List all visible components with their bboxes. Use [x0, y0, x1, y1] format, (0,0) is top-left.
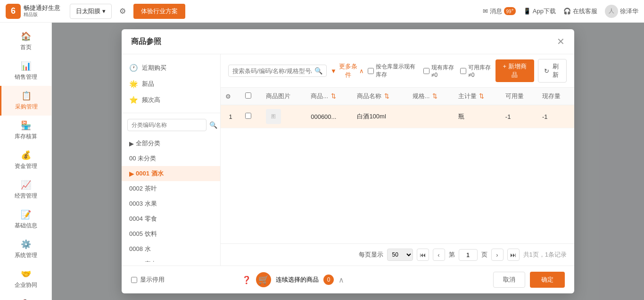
cat-0003-label: 0003 水果	[129, 200, 157, 208]
modal-close-button[interactable]: ✕	[557, 36, 565, 47]
cat-0010[interactable]: 0010 家电	[122, 257, 220, 262]
user-profile-item[interactable]: 人 徐泽华	[605, 5, 638, 18]
col-code[interactable]: 商品... ⇅	[306, 88, 352, 105]
cell-checkbox[interactable]	[240, 105, 261, 128]
add-product-btn[interactable]: + 新增商品	[495, 59, 534, 82]
page-size-label: 每页显示	[359, 250, 383, 259]
cat-all-arrow: ▶	[129, 140, 134, 147]
cat-0005[interactable]: 0005 饮料	[122, 226, 220, 242]
cell-unit: 瓶	[454, 105, 501, 128]
cart-icon[interactable]: 🛒	[256, 272, 271, 287]
table-row[interactable]: 1 图 000600... 白酒100ml 瓶	[221, 105, 574, 128]
cat-0004[interactable]: 0004 零食	[122, 211, 220, 226]
finance-icon: 💰	[21, 150, 31, 160]
cat-0010-label: 0010 家电	[129, 260, 157, 262]
col-settings[interactable]: ⚙	[221, 88, 240, 105]
next-page-btn[interactable]: ›	[491, 249, 504, 261]
checkbox-existing-stock-input[interactable]	[423, 68, 429, 74]
company-name: 日太阳膜	[76, 7, 100, 16]
total-info: 共1页，1条记录	[523, 250, 567, 259]
filter-checkboxes: 按仓库显示现有库存 现有库存≠0 可用库存≠0	[368, 63, 491, 79]
first-page-btn[interactable]: ⏮	[417, 249, 429, 261]
table-header: ⚙ 商品图片 商品... ⇅ 商品名称	[221, 88, 574, 105]
confirm-button[interactable]: 确定	[530, 272, 565, 288]
tab-frequent[interactable]: ⭐ 频次高	[122, 92, 220, 108]
modal-overlay: 商品参照 ✕ 🕐 近期购买 🌟 新	[52, 23, 644, 300]
logo-icon: 6	[6, 4, 21, 19]
col-name[interactable]: 商品名称 ⇅	[352, 88, 407, 105]
messages-item[interactable]: ✉ 消息 99+	[483, 7, 515, 16]
company-dropdown[interactable]: 日太阳膜 ▾	[70, 4, 112, 19]
col-unit[interactable]: 主计量 ⇅	[454, 88, 501, 105]
col-name-label: 商品名称	[357, 92, 381, 100]
category-tree: ▶ 全部分类 00 未分类 ▶ 0001 酒水 0002 茶	[122, 134, 220, 262]
page-label: 第	[449, 250, 455, 259]
cat-0001-label: 0001 酒水	[136, 169, 164, 178]
help-icon[interactable]: ❓	[242, 275, 251, 284]
refresh-btn[interactable]: ↻ 刷新	[538, 59, 567, 83]
cat-0001[interactable]: ▶ 0001 酒水	[122, 166, 220, 181]
cat-00[interactable]: 00 未分类	[122, 151, 220, 166]
cat-0008[interactable]: 0008 水	[122, 242, 220, 257]
tab-recent-purchase[interactable]: 🕐 近期购买	[122, 60, 220, 76]
row-checkbox[interactable]	[245, 113, 251, 119]
tab-new-products[interactable]: 🌟 新品	[122, 76, 220, 92]
cell-code: 000600...	[306, 105, 352, 128]
online-service-item[interactable]: 🎧 在线客服	[563, 7, 597, 16]
page-number-input[interactable]	[459, 249, 478, 261]
cat-0003[interactable]: 0003 水果	[122, 196, 220, 211]
cat-all[interactable]: ▶ 全部分类	[122, 136, 220, 151]
page-size-select[interactable]: 20 50 100	[387, 249, 413, 261]
cancel-button[interactable]: 取消	[493, 272, 525, 288]
col-stock: 现存量	[537, 88, 574, 105]
sidebar-item-guide[interactable]: 📚 新手引导	[0, 294, 51, 300]
col-checkbox[interactable]	[240, 88, 261, 105]
logo-line2: 精品版	[24, 11, 60, 18]
category-search-input[interactable]	[127, 119, 206, 131]
more-filters-btn[interactable]: ▼ 更多条件 ∧	[330, 62, 364, 79]
filter-icon: ▼	[330, 67, 337, 75]
app-logo[interactable]: 6 畅捷通好生意 精品版	[6, 4, 60, 19]
sidebar-item-sales-label: 销售管理	[15, 73, 37, 81]
footer-collapse-arrow[interactable]: ∧	[339, 275, 344, 284]
prev-page-btn[interactable]: ‹	[433, 249, 445, 261]
search-filter-icon[interactable]: 🔍	[314, 67, 322, 75]
sidebar-item-system[interactable]: ⚙️ 系统管理	[0, 234, 51, 264]
category-search-icon[interactable]: 🔍	[209, 121, 217, 129]
product-table: ⚙ 商品图片 商品... ⇅ 商品名称	[221, 88, 574, 128]
sidebar-item-home[interactable]: 🏠 首页	[0, 26, 51, 56]
sidebar-item-purchase[interactable]: 📋 采购管理	[0, 86, 51, 116]
cell-num: 1	[221, 105, 240, 128]
sidebar-item-basic-info[interactable]: 📝 基础信息	[0, 205, 51, 234]
experience-btn[interactable]: 体验行业方案	[133, 4, 185, 19]
last-page-btn[interactable]: ⏭	[507, 249, 520, 261]
table-body: 1 图 000600... 白酒100ml 瓶	[221, 105, 574, 128]
home-icon: 🏠	[21, 31, 31, 42]
checkbox-existing-stock[interactable]: 现有库存≠0	[423, 64, 454, 78]
sidebar-item-finance[interactable]: 💰 资金管理	[0, 145, 51, 175]
col-spec[interactable]: 规格... ⇅	[408, 88, 454, 105]
settings-icon[interactable]: ⚙	[116, 4, 130, 18]
checkbox-warehouse-stock-input[interactable]	[368, 68, 374, 74]
sidebar-item-sales[interactable]: 📊 销售管理	[0, 56, 51, 86]
sidebar-item-enterprise[interactable]: 🤝 企业协同	[0, 264, 51, 294]
checkbox-available-stock-input[interactable]	[460, 68, 466, 74]
modal-footer: 显示停用 ❓ 🛒 连续选择的商品 0 ∧ 取消 确定	[122, 266, 574, 293]
app-download-item[interactable]: 📱 App下载	[523, 7, 556, 16]
cell-spec	[408, 105, 454, 128]
quick-tabs: 🕐 近期购买 🌟 新品 ⭐ 频次高	[122, 58, 220, 110]
col-spec-label: 规格...	[413, 92, 430, 100]
product-search-input[interactable]	[232, 67, 312, 75]
cat-0002[interactable]: 0002 茶叶	[122, 181, 220, 196]
sidebar-item-operations[interactable]: 📈 经营管理	[0, 175, 51, 205]
checkbox-available-stock[interactable]: 可用库存≠0	[460, 64, 491, 78]
sort-code-icon: ⇅	[331, 92, 336, 100]
checkbox-warehouse-stock[interactable]: 按仓库显示现有库存	[368, 63, 418, 79]
cell-stock: -1	[537, 105, 574, 128]
sidebar-item-inventory[interactable]: 🏪 库存核算	[0, 116, 51, 145]
sort-spec-icon: ⇅	[432, 92, 438, 100]
select-all-checkbox[interactable]	[245, 92, 251, 99]
pagination-bar: 每页显示 20 50 100 ⏮ ‹ 第 页 ›	[221, 243, 574, 266]
navbar-right: ✉ 消息 99+ 📱 App下载 🎧 在线客服 人 徐泽华	[483, 5, 638, 18]
show-disabled-checkbox[interactable]	[131, 277, 137, 283]
